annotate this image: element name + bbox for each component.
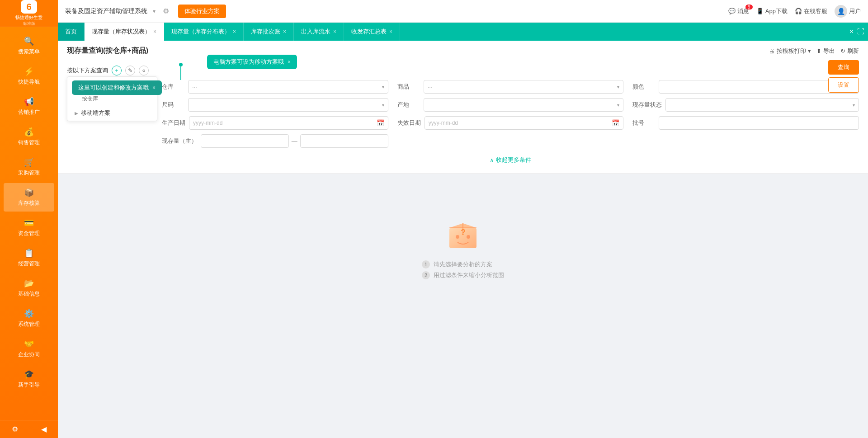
stock-qty-range: — — [201, 134, 388, 148]
range-separator: — — [292, 138, 297, 145]
sales-icon: 💰 — [24, 127, 34, 137]
operation-icon: 📋 — [24, 248, 34, 258]
sidebar-item-label: 搜索菜单 — [18, 48, 40, 56]
edit-tooltip-close[interactable]: × — [152, 85, 156, 91]
message-icon: 💬 — [728, 8, 736, 14]
add-scheme-button[interactable]: + — [112, 66, 122, 75]
refresh-label: 刷新 — [847, 47, 859, 55]
sidebar-item-purchase[interactable]: 🛒 采购管理 — [4, 153, 54, 181]
sidebar-item-quick-nav[interactable]: ⚡ 快捷导航 — [4, 62, 54, 90]
prod-date-label: 生产日期 — [162, 119, 185, 127]
message-badge: 9 — [745, 5, 753, 9]
stock-status-field: 现存量状态 ▾ — [632, 98, 859, 112]
goods-placeholder: ··· — [428, 84, 433, 90]
scheme-tree-mobile[interactable]: ▶ 移动端方案 — [67, 105, 157, 121]
sidebar-item-system[interactable]: ⚙️ 系统管理 — [4, 304, 54, 333]
tab-close-receive-summary[interactable]: × — [389, 29, 392, 34]
goods-select[interactable]: ··· ▾ — [424, 80, 624, 94]
tab-close-inout-flow[interactable]: × — [333, 29, 336, 34]
search-menu-icon: 🔍 — [24, 36, 34, 46]
expire-date-field: 失效日期 yyyy-mm-dd 📅 — [397, 116, 624, 130]
prod-date-input[interactable]: yyyy-mm-dd 📅 — [189, 116, 388, 130]
tab-close-all-icon[interactable]: × — [849, 28, 854, 36]
search-action-buttons: 查询 设置 — [828, 60, 859, 93]
print-button[interactable]: 🖨 按模板打印 ▾ — [769, 47, 811, 55]
sidebar-item-search-menu[interactable]: 🔍 搜索菜单 — [4, 32, 54, 60]
online-support-button[interactable]: 🎧 在线客服 — [795, 7, 827, 15]
size-select[interactable]: ▾ — [188, 98, 388, 112]
stock-status-select[interactable]: ▾ — [665, 98, 859, 112]
collapse-up-icon: ∧ — [490, 157, 494, 164]
tab-inventory-status[interactable]: 现存量（库存状况表） × — [85, 23, 164, 41]
tab-inventory-dist[interactable]: 现存量（库存分布表） × — [164, 23, 244, 41]
size-label: 尺码 — [162, 101, 184, 109]
svg-point-3 — [456, 235, 459, 239]
sidebar-item-basic[interactable]: 📂 基础信息 — [4, 274, 54, 302]
warehouse-select[interactable]: ··· ▾ — [188, 80, 388, 94]
system-name: 装备及固定资产辅助管理系统 — [65, 7, 147, 15]
sidebar-item-label: 基础信息 — [18, 290, 40, 298]
tab-inout-flow-label: 出入库流水 — [301, 28, 330, 36]
tab-inout-flow[interactable]: 出入库流水 × — [294, 23, 344, 41]
goods-label: 商品 — [397, 83, 420, 91]
tab-receive-summary-label: 收发存汇总表 — [351, 28, 387, 36]
edit-scheme-button[interactable]: ✎ — [125, 66, 135, 75]
origin-select[interactable]: ▾ — [424, 98, 624, 112]
sidebar-settings-btn[interactable]: ⚙ — [12, 425, 18, 433]
page-header: 现存量查询(按仓库+商品) 🖨 按模板打印 ▾ ⬆ 导出 ↻ 刷新 — [58, 41, 868, 174]
sidebar-item-operation[interactable]: 📋 经营管理 — [4, 244, 54, 272]
page-actions: 🖨 按模板打印 ▾ ⬆ 导出 ↻ 刷新 — [769, 47, 859, 55]
tab-receive-summary[interactable]: 收发存汇总表 × — [344, 23, 400, 41]
batch-no-input[interactable] — [659, 116, 859, 130]
settings-gear-icon[interactable]: ⚙ — [163, 7, 169, 15]
sidebar-item-enterprise[interactable]: 🤝 企业协同 — [4, 334, 54, 363]
expire-date-placeholder: yyyy-mm-dd — [429, 120, 458, 126]
stock-qty-max-input[interactable] — [300, 134, 388, 148]
logo-icon: 6 — [21, 0, 37, 14]
trial-industry-button[interactable]: 体验行业方案 — [178, 5, 226, 18]
query-button[interactable]: 查询 — [828, 60, 859, 75]
system-dropdown-arrow[interactable]: ▾ — [153, 8, 156, 14]
expire-date-input[interactable]: yyyy-mm-dd 📅 — [425, 116, 624, 130]
tab-home[interactable]: 首页 — [58, 23, 85, 41]
sidebar-item-label: 企业协同 — [18, 351, 40, 358]
tip-num-1: 1 — [422, 260, 430, 268]
svg-point-4 — [467, 235, 470, 239]
sidebar-item-finance[interactable]: 💳 资金管理 — [4, 213, 54, 242]
tab-close-inventory-dist[interactable]: × — [233, 29, 236, 34]
purchase-icon: 🛒 — [24, 157, 34, 167]
page-title-row: 现存量查询(按仓库+商品) 🖨 按模板打印 ▾ ⬆ 导出 ↻ 刷新 — [67, 46, 859, 60]
warehouse-arrow-icon: ▾ — [382, 85, 384, 89]
sidebar-item-sales[interactable]: 💰 销售管理 — [4, 122, 54, 151]
print-label: 按模板打印 — [777, 47, 806, 55]
tab-batch-account[interactable]: 库存批次账 × — [244, 23, 294, 41]
sidebar-item-marketing[interactable]: 📢 营销推广 — [4, 92, 54, 121]
sidebar-item-inventory[interactable]: 📦 库存核算 — [4, 183, 54, 212]
tab-fullscreen-icon[interactable]: ⛶ — [857, 28, 864, 36]
main-area: 装备及固定资产辅助管理系统 ▾ ⚙ 体验行业方案 💬 消息 9 📱 App下载 … — [58, 0, 868, 438]
expire-date-label: 失效日期 — [397, 119, 421, 127]
back-scheme-button[interactable]: « — [139, 66, 149, 75]
sidebar-collapse-btn[interactable]: ◀ — [41, 425, 47, 433]
setting-button[interactable]: 设置 — [828, 77, 859, 93]
tab-home-label: 首页 — [65, 28, 77, 36]
stock-qty-min-input[interactable] — [201, 134, 289, 148]
content-area: 现存量查询(按仓库+商品) 🖨 按模板打印 ▾ ⬆ 导出 ↻ 刷新 — [58, 41, 868, 438]
user-menu-button[interactable]: 👤 用户 — [835, 5, 861, 18]
scheme-tooltip-close[interactable]: × — [288, 59, 291, 65]
collapse-conditions-button[interactable]: ∧ 收起更多条件 — [162, 152, 859, 168]
empty-tip-2-text: 用过滤条件来缩小分析范围 — [434, 271, 504, 279]
stock-qty-field: 现存量（主） — — [162, 134, 388, 148]
tab-close-inventory-status[interactable]: × — [153, 29, 156, 34]
goods-field: 商品 ··· ▾ — [397, 80, 624, 94]
search-label-row: 按以下方案查询 + ✎ « — [67, 66, 859, 75]
prod-date-calendar-icon: 📅 — [377, 119, 384, 127]
sidebar-item-guide[interactable]: 🎓 新手引导 — [4, 365, 54, 393]
refresh-button[interactable]: ↻ 刷新 — [840, 47, 859, 55]
sidebar-item-label: 经营管理 — [18, 260, 40, 268]
user-label: 用户 — [849, 7, 861, 15]
export-button[interactable]: ⬆ 导出 — [816, 47, 835, 55]
tab-close-batch-account[interactable]: × — [283, 29, 286, 34]
app-download-button[interactable]: 📱 App下载 — [756, 7, 788, 15]
messages-button[interactable]: 💬 消息 9 — [728, 7, 749, 15]
